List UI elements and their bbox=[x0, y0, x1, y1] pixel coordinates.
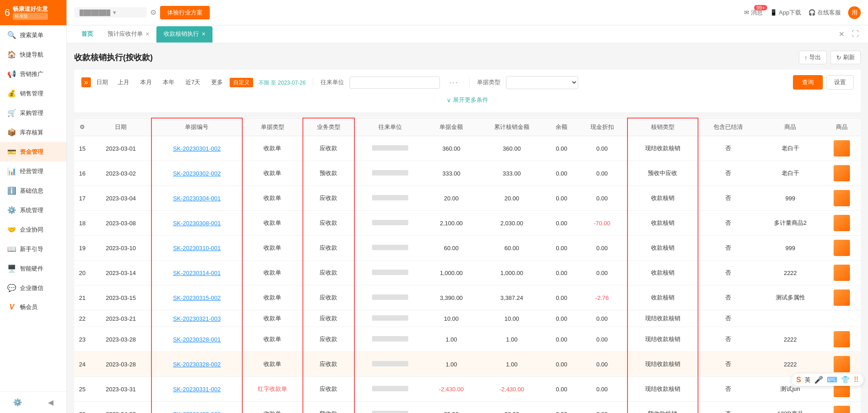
sidebar-item-marketing[interactable]: 📢 营销推广 bbox=[0, 64, 66, 84]
data-table: ⚙ 日期 单据编号 单据类型 业务类型 往来单位 单据金额 累计核销金额 余额 … bbox=[74, 118, 861, 413]
english-btn[interactable]: 英 bbox=[805, 376, 811, 384]
cell-accum: 2,030.00 bbox=[477, 211, 546, 236]
table-row: 262023-04-03SK-20230403-002收款单预收款20.0020… bbox=[74, 402, 861, 413]
date-custom-btn[interactable]: 自定义 bbox=[230, 78, 253, 87]
cell-voucher[interactable]: SK-20230301-002 bbox=[151, 136, 242, 161]
sidebar-item-member[interactable]: V 畅会员 bbox=[0, 298, 66, 317]
partner-input[interactable] bbox=[349, 76, 440, 89]
query-button[interactable]: 查询 bbox=[793, 75, 823, 90]
cell-amount: 2,100.00 bbox=[425, 211, 477, 236]
cell-accum: 3,387.24 bbox=[477, 285, 546, 310]
tab-collection[interactable]: 收款核销执行 × bbox=[156, 26, 212, 43]
cell-biz: 应收款 bbox=[303, 310, 354, 327]
wechat-icon: 💬 bbox=[7, 284, 16, 292]
date-btn-this-month[interactable]: 本月 bbox=[136, 76, 156, 88]
cell-biz: 预收款 bbox=[303, 402, 354, 413]
cell-accum: 10.00 bbox=[477, 310, 546, 327]
sidebar-item-basic[interactable]: ℹ️ 基础信息 bbox=[0, 181, 66, 200]
chevron-down-icon: ▾ bbox=[113, 9, 116, 16]
service-item[interactable]: 🎧 在线客服 bbox=[808, 9, 841, 17]
cell-accum: 360.00 bbox=[477, 136, 546, 161]
cell-cancel-type: 现结收款核销 bbox=[627, 310, 698, 327]
cell-amount: 1,000.00 bbox=[425, 261, 477, 285]
keyboard-icon[interactable]: ⌨ bbox=[827, 375, 837, 384]
tab-maximize-btn[interactable]: ⛶ bbox=[850, 29, 861, 39]
cell-partner bbox=[354, 236, 425, 261]
sidebar-item-search[interactable]: 🔍 搜索菜单 bbox=[0, 25, 66, 45]
header-gear-icon[interactable]: ⚙ bbox=[150, 8, 156, 17]
cell-voucher[interactable]: SK-20230314-001 bbox=[151, 261, 242, 285]
cell-included: 否 bbox=[698, 211, 758, 236]
sidebar-item-sales[interactable]: 💰 销售管理 bbox=[0, 84, 66, 103]
partner-label: 往来单位 bbox=[321, 78, 344, 86]
cell-accum: 1.00 bbox=[477, 327, 546, 352]
cell-voucher[interactable]: SK-20230328-002 bbox=[151, 352, 242, 377]
filter-settings-button[interactable]: 设置 bbox=[826, 75, 854, 90]
sidebar-item-enterprise[interactable]: 🤝 企业协同 bbox=[0, 220, 66, 239]
cell-balance: 0.00 bbox=[546, 186, 577, 211]
export-button[interactable]: ↑ 导出 bbox=[799, 51, 827, 64]
date-btn-more[interactable]: 更多 bbox=[207, 76, 227, 88]
cell-seq: 16 bbox=[74, 161, 90, 186]
sidebar-item-guide[interactable]: 📖 新手引导 bbox=[0, 239, 66, 259]
voucher-type-select[interactable] bbox=[506, 76, 578, 89]
cell-discount: 0.00 bbox=[577, 352, 627, 377]
date-btn-last-month[interactable]: 上月 bbox=[113, 76, 133, 88]
cell-goods-img bbox=[823, 186, 861, 211]
cell-amount: 333.00 bbox=[425, 161, 477, 186]
cell-seq: 26 bbox=[74, 402, 90, 413]
sidebar-item-inventory[interactable]: 📦 库存核算 bbox=[0, 123, 66, 142]
cell-cancel-type: 收款核销 bbox=[627, 285, 698, 310]
cell-voucher[interactable]: SK-20230302-002 bbox=[151, 161, 242, 186]
tab-receivable[interactable]: 预计应收付单 × bbox=[100, 26, 156, 43]
messages-item[interactable]: ✉ 消息 99+ bbox=[744, 9, 763, 17]
shirt-icon[interactable]: 👕 bbox=[841, 375, 850, 384]
refresh-button[interactable]: ↻ 刷新 bbox=[830, 51, 861, 64]
sidebar-item-operations[interactable]: 📊 经营管理 bbox=[0, 161, 66, 181]
cell-voucher[interactable]: SK-20230403-002 bbox=[151, 402, 242, 413]
toolbar-overlay: S 英 🎤 ⌨ 👕 ⠿ bbox=[792, 374, 863, 386]
s-logo: S bbox=[796, 376, 801, 384]
date-btn-last-7-days[interactable]: 近7天 bbox=[181, 76, 204, 88]
top-header: ████████ ▾ ⚙ 体验行业方案 ✉ 消息 99+ 📱 App下载 🎧 在… bbox=[67, 0, 868, 25]
sidebar-item-label: 营销推广 bbox=[20, 70, 43, 78]
sidebar-collapse-btn[interactable]: ◀ bbox=[43, 395, 58, 409]
cell-voucher[interactable]: SK-20230315-002 bbox=[151, 285, 242, 310]
sidebar-item-hardware[interactable]: 🖥️ 智能硬件 bbox=[0, 259, 66, 278]
industry-button[interactable]: 体验行业方案 bbox=[160, 6, 210, 19]
cell-voucher[interactable]: SK-20230321-003 bbox=[151, 310, 242, 327]
filter-divider-2 bbox=[469, 78, 470, 87]
company-selector[interactable]: ████████ ▾ bbox=[74, 7, 146, 18]
sidebar-settings-btn[interactable]: ⚙️ bbox=[9, 395, 27, 409]
cell-voucher[interactable]: SK-20230328-001 bbox=[151, 327, 242, 352]
cell-accum: 1.00 bbox=[477, 352, 546, 377]
sidebar-item-purchase[interactable]: 🛒 采购管理 bbox=[0, 103, 66, 123]
th-gear[interactable]: ⚙ bbox=[74, 118, 90, 136]
cell-voucher[interactable]: SK-20230308-001 bbox=[151, 211, 242, 236]
cell-voucher[interactable]: SK-20230331-002 bbox=[151, 377, 242, 402]
sidebar-item-label: 采购管理 bbox=[20, 109, 43, 117]
tab-close-all-btn[interactable]: ✕ bbox=[837, 29, 846, 39]
sidebar-item-finance[interactable]: 💳 资金管理 bbox=[0, 142, 66, 161]
mic-icon[interactable]: 🎤 bbox=[814, 375, 823, 384]
cell-cancel-type: 收款核销 bbox=[627, 186, 698, 211]
user-avatar[interactable]: 用 bbox=[848, 6, 861, 19]
tab-home[interactable]: 首页 bbox=[74, 26, 100, 43]
tab-receivable-close[interactable]: × bbox=[146, 30, 149, 38]
apps-icon[interactable]: ⠿ bbox=[854, 375, 859, 384]
sidebar-item-system[interactable]: ⚙️ 系统管理 bbox=[0, 200, 66, 220]
cell-voucher[interactable]: SK-20230310-001 bbox=[151, 236, 242, 261]
date-btn-this-year[interactable]: 本年 bbox=[159, 76, 179, 88]
filter-row: » 日期 上月 本月 本年 近7天 更多 自定义 不限 至 2023-07-26… bbox=[81, 75, 854, 90]
app-download-item[interactable]: 📱 App下载 bbox=[770, 9, 801, 17]
sidebar-item-wechat[interactable]: 💬 企业微信 bbox=[0, 278, 66, 298]
tab-collection-close[interactable]: × bbox=[202, 30, 205, 38]
filter-dates: 上月 本月 本年 近7天 更多 自定义 bbox=[113, 76, 253, 88]
system-icon: ⚙️ bbox=[7, 206, 16, 214]
sidebar-item-quick[interactable]: 🏠 快捷导航 bbox=[0, 45, 66, 64]
cell-seq: 22 bbox=[74, 310, 90, 327]
expand-more-btn[interactable]: ∨ 展开更多条件 bbox=[444, 93, 491, 107]
cell-accum: 20.00 bbox=[477, 186, 546, 211]
filter-expand-icon[interactable]: » bbox=[81, 77, 91, 87]
cell-voucher[interactable]: SK-20230304-001 bbox=[151, 186, 242, 211]
